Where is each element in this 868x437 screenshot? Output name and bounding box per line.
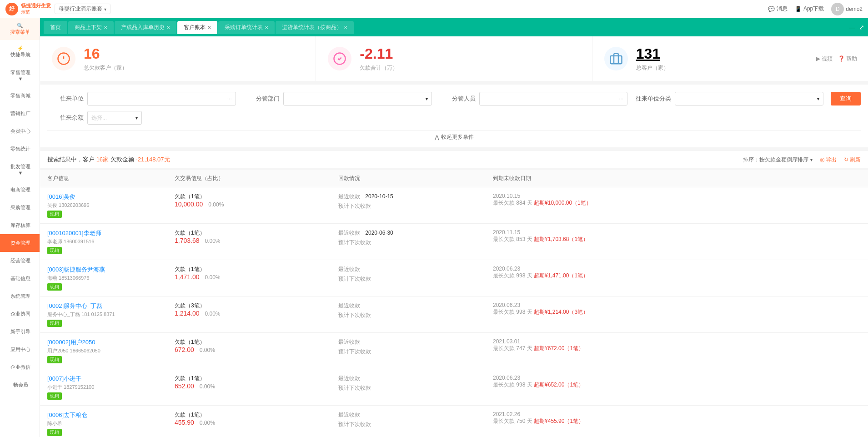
- stat-content-2: -2.11 欠款合计（万）: [360, 45, 398, 72]
- customer-name-1[interactable]: [0001020001]李老师: [47, 229, 160, 237]
- due-date-0: 2020.10.15: [493, 193, 861, 199]
- query-button[interactable]: 查询: [831, 92, 861, 105]
- sidebar-item-newbie[interactable]: 新手引导: [0, 323, 40, 341]
- customer-name-4[interactable]: [000002]用户2050: [47, 338, 160, 347]
- sidebar-item-system[interactable]: 系统管理: [0, 287, 40, 305]
- results-bar: 搜索结果中，客户 16家 欠款金额 -21,148.07元 排序：按欠款金额倒序…: [40, 151, 868, 168]
- debt-amount-4[interactable]: 672.00: [175, 346, 194, 353]
- filter-balance-placeholder: 选择...: [91, 114, 107, 122]
- cell-due-3: 2020.06.23 最长欠款 998 天 超期¥1,214.00（3笔）: [486, 296, 868, 333]
- sidebar-item-app-center[interactable]: 应用中心: [0, 341, 40, 358]
- store-selector[interactable]: 母婴行业演示账套: [55, 4, 110, 14]
- logo-text: 畅捷通好生意 示范: [21, 2, 51, 15]
- due-date-2: 2020.06.23: [493, 266, 861, 272]
- search-icon: 🔍: [2, 23, 38, 29]
- overdue-link-1[interactable]: 超期¥1,703.68（1笔）: [534, 236, 588, 242]
- tab-action-expand[interactable]: ⤢: [859, 24, 864, 31]
- sidebar-item-basic-info[interactable]: 基础信息: [0, 270, 40, 287]
- filter-input-unit-category[interactable]: [675, 92, 823, 105]
- filter-input-manager[interactable]: ···: [479, 92, 628, 105]
- app-download-link[interactable]: 📱 App下载: [795, 5, 824, 13]
- debt-amount-6[interactable]: 455.90: [175, 419, 194, 426]
- filter-select-balance[interactable]: 选择...: [87, 111, 142, 125]
- video-help-link[interactable]: ▶ 视频: [816, 55, 833, 63]
- sidebar-item-enterprise-collab[interactable]: 企业协同: [0, 305, 40, 323]
- sort-selector[interactable]: 排序：按欠款金额倒序排序: [743, 156, 813, 164]
- message-link[interactable]: 💬 消息: [768, 5, 788, 13]
- refresh-button[interactable]: ↻ 刷新: [844, 156, 861, 164]
- tab-production-history[interactable]: 产成品入库单历史 ✕: [115, 21, 176, 34]
- next-payment-0: 预计下次收款: [338, 202, 478, 210]
- stat-item-debt-customers: 16 总欠款客户（家）: [40, 36, 316, 81]
- debt-ratio-1: 0.00%: [205, 238, 221, 244]
- overdue-link-0[interactable]: 超期¥10,000.00（1笔）: [534, 200, 592, 206]
- debt-row-2: 欠款（1笔）: [175, 266, 324, 273]
- filter-label-manager: 分管人员: [439, 95, 476, 103]
- main-layout: 🔍 搜索菜单 ⚡ 快捷导航 零售管理 ▼ 零售商城 营销推广 会员中心 零售统计: [0, 18, 868, 437]
- sidebar-item-members[interactable]: 会员中心: [0, 122, 40, 140]
- next-payment-2: 预计下次收款: [338, 275, 478, 283]
- cell-recovery-6: 最近收款 预计下次收款: [331, 406, 486, 437]
- tab-action-minimize[interactable]: —: [849, 24, 855, 31]
- filter-row-2: 往来余额 选择...: [47, 111, 861, 125]
- debt-amount-0[interactable]: 10,000.00: [175, 201, 203, 208]
- overdue-link-5[interactable]: 超期¥652.00（1笔）: [534, 382, 584, 388]
- filter-label-unit: 往来单位: [47, 95, 84, 103]
- filter-input-dept[interactable]: [283, 92, 432, 105]
- sidebar-item-ecommerce[interactable]: 电商管理: [0, 181, 40, 199]
- sidebar-item-operations[interactable]: 经营管理: [0, 252, 40, 270]
- debt-count-3: 欠款（3笔）: [175, 302, 205, 310]
- debt-amount-1[interactable]: 1,703.68: [175, 237, 200, 244]
- sidebar-item-chang-member[interactable]: 畅会员: [0, 376, 40, 394]
- filter-input-unit[interactable]: ···: [87, 92, 236, 105]
- customer-name-2[interactable]: [0003]畅捷服务尹海燕: [47, 266, 160, 274]
- tab-customer-ledger[interactable]: 客户账本 ✕: [177, 21, 217, 34]
- tab-close-customer-ledger[interactable]: ✕: [207, 25, 211, 30]
- debt-amount-5[interactable]: 652.00: [175, 382, 194, 390]
- tab-purchase-orders[interactable]: 采购订单统计表 ✕: [218, 21, 275, 34]
- customer-name-6[interactable]: [0006]去下粮仓: [47, 411, 160, 419]
- sidebar-item-purchase[interactable]: 采购管理: [0, 199, 40, 216]
- collapse-filter-button[interactable]: ⋀ 收起更多条件: [47, 130, 861, 144]
- sidebar-item-marketing[interactable]: 营销推广: [0, 105, 40, 122]
- tab-close-production-history[interactable]: ✕: [166, 25, 170, 30]
- sidebar-search[interactable]: 🔍 搜索菜单: [0, 18, 40, 40]
- customer-name-3[interactable]: [0002]服务中心_丁磊: [47, 302, 160, 310]
- customer-info-2: 海燕 18513066976: [47, 275, 160, 281]
- tab-close-inbound-stats[interactable]: ✕: [344, 25, 347, 30]
- customer-name-5[interactable]: [0007]小进干: [47, 375, 160, 383]
- cell-due-6: 2021.02.26 最长欠款 750 天 超期¥455.90（1笔）: [486, 406, 868, 437]
- customer-name-0[interactable]: [0016]吴俊: [47, 193, 160, 201]
- sidebar-item-finance[interactable]: 资金管理: [0, 234, 40, 252]
- export-button[interactable]: ◎ 导出: [820, 156, 837, 164]
- shortcut-icon: ⚡: [3, 45, 38, 51]
- sidebar-item-enterprise-wechat[interactable]: 企业微信: [0, 358, 40, 376]
- debt-ratio-6: 0.00%: [200, 420, 215, 426]
- sidebar-item-retail-stats[interactable]: 零售统计: [0, 140, 40, 158]
- results-actions: 排序：按欠款金额倒序排序 ◎ 导出 ↻ 刷新: [743, 156, 861, 164]
- overdue-link-2[interactable]: 超期¥1,471.00（1笔）: [534, 272, 588, 279]
- sidebar-item-retail[interactable]: 零售管理 ▼: [0, 64, 40, 87]
- cell-debt-2: 欠款（1笔） 1,471.00 0.00%: [167, 260, 331, 296]
- overdue-link-3[interactable]: 超期¥1,214.00（3笔）: [534, 309, 588, 315]
- help-link[interactable]: ❓ 帮助: [838, 55, 857, 63]
- sidebar-item-inventory[interactable]: 库存核算: [0, 216, 40, 234]
- tab-close-product-listing[interactable]: ✕: [104, 25, 107, 30]
- user-area[interactable]: D demo2: [831, 3, 863, 15]
- customer-info-4: 用户2050 18665062050: [47, 347, 160, 354]
- sidebar-item-mall[interactable]: 零售商城: [0, 87, 40, 105]
- sidebar-item-wholesale[interactable]: 批发管理 ▼: [0, 158, 40, 181]
- tab-close-purchase-orders[interactable]: ✕: [265, 25, 268, 30]
- last-payment-4: 最近收款: [338, 338, 478, 346]
- sidebar-item-shortcut[interactable]: ⚡ 快捷导航: [0, 40, 40, 64]
- debt-amount-2[interactable]: 1,471.00: [175, 273, 200, 281]
- debt-amount-3[interactable]: 1,214.00: [175, 310, 200, 317]
- tab-product-listing[interactable]: 商品上下架 ✕: [68, 21, 114, 34]
- tab-home[interactable]: 首页: [44, 21, 67, 34]
- username-label: demo2: [846, 6, 863, 12]
- overdue-link-4[interactable]: 超期¥672.00（1笔）: [534, 345, 584, 352]
- filter-item-dept: 分管部门: [243, 92, 432, 105]
- overdue-link-6[interactable]: 超期¥455.90（1笔）: [534, 418, 584, 424]
- cell-due-2: 2020.06.23 最长欠款 998 天 超期¥1,471.00（1笔）: [486, 260, 868, 296]
- tab-inbound-stats[interactable]: 进货单统计表（按商品） ✕: [276, 21, 354, 34]
